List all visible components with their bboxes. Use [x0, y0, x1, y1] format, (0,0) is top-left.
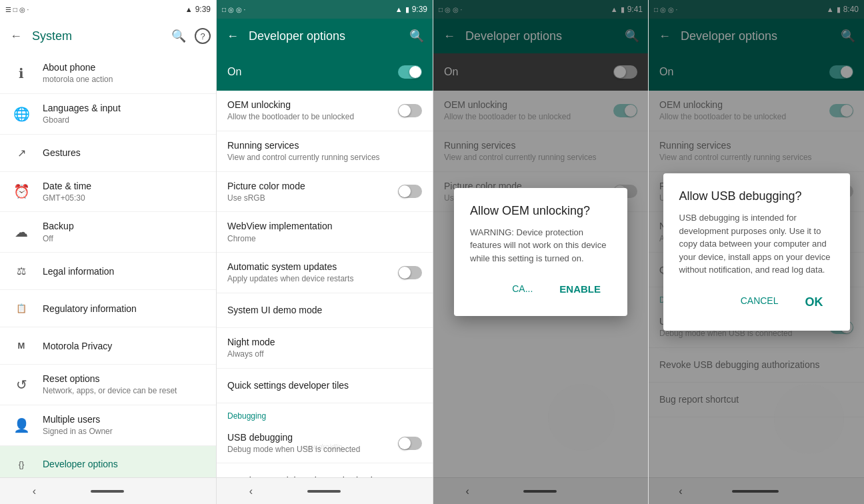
- users-icon: 👤: [11, 417, 32, 433]
- usb-cancel-button[interactable]: Cancel: [730, 290, 789, 315]
- system-settings-panel: ☰ □ ◎ · ▲ 9:39 ← System 🔍 ? ℹ About phon…: [0, 0, 217, 504]
- setting-motorola-privacy[interactable]: M Motorola Privacy: [0, 327, 216, 365]
- battery-mid: ▮: [405, 5, 409, 14]
- debugging-header-mid: Debugging: [217, 403, 433, 423]
- dev-on-toggle[interactable]: [398, 65, 422, 79]
- dev-revoke-usb[interactable]: Revoke USB debugging authorizations: [217, 463, 433, 477]
- dev-webview[interactable]: WebView implementation Chrome: [217, 212, 433, 253]
- setting-about-phone[interactable]: ℹ About phone motorola one action: [0, 53, 216, 94]
- nav-bar-left: ‹: [0, 477, 216, 504]
- oem-dialog-content: WARNING: Device protection features will…: [470, 226, 611, 265]
- regulatory-title: Regulatory information: [43, 303, 205, 315]
- time-mid: 9:39: [412, 5, 427, 14]
- backup-title: Backup: [43, 220, 205, 232]
- status-icons-left: ☰ □ ◎ ·: [5, 6, 29, 13]
- dev-running-services[interactable]: Running services View and control curren…: [217, 131, 433, 172]
- backup-icon: ☁: [11, 224, 32, 240]
- status-right-left: ▲ 9:39: [185, 5, 211, 14]
- dev-auto-updates[interactable]: Automatic system updates Apply updates w…: [217, 253, 433, 293]
- oem-toggle-mid[interactable]: [398, 104, 422, 117]
- usb-dialog: Allow USB debugging? USB debugging is in…: [663, 173, 850, 331]
- dev-picture-color[interactable]: Picture color mode Use sRGB: [217, 172, 433, 213]
- gestures-icon: ↗: [11, 147, 32, 159]
- search-button-left[interactable]: 🔍: [168, 25, 189, 47]
- usb-dialog-overlay: Allow USB debugging? USB debugging is in…: [649, 0, 864, 504]
- users-title: Multiple users: [43, 413, 205, 425]
- gestures-title: Gestures: [43, 147, 205, 159]
- usb-dialog-actions: Cancel OK: [679, 290, 834, 315]
- reset-subtitle: Network, apps, or device can be reset: [43, 386, 205, 397]
- app-bar-middle: ← Developer options 🔍: [217, 19, 433, 53]
- status-bar-left: ☰ □ ◎ · ▲ 9:39: [0, 0, 216, 19]
- developer-icon: {}: [11, 459, 32, 469]
- time-left: 9:39: [195, 5, 211, 14]
- motorola-title: Motorola Privacy: [43, 340, 205, 352]
- back-button-middle[interactable]: ←: [222, 25, 243, 47]
- status-bar-middle: □ ◎ ◎ · ▲ ▮ 9:39: [217, 0, 433, 19]
- app-title-left: System: [32, 29, 163, 43]
- search-button-middle[interactable]: 🔍: [406, 25, 427, 47]
- oem-cancel-button[interactable]: Ca...: [501, 278, 543, 300]
- nav-bar-middle: ‹: [217, 477, 433, 504]
- app-title-middle: Developer options: [249, 29, 401, 43]
- languages-subtitle: Gboard: [43, 115, 205, 126]
- developer-options-panel-3: □ ◎ ◎ · ▲ ▮ 8:40 ← Developer options 🔍 O…: [649, 0, 864, 504]
- usb-ok-button[interactable]: OK: [795, 290, 834, 315]
- setting-backup[interactable]: ☁ Backup Off: [0, 212, 216, 253]
- legal-title: Legal information: [43, 265, 205, 277]
- help-button-left[interactable]: ?: [195, 28, 211, 44]
- dev-settings-list-middle: OEM unlocking Allow the bootloader to be…: [217, 91, 433, 477]
- wifi-icon: ▲: [185, 5, 193, 13]
- usb-dialog-title: Allow USB debugging?: [679, 189, 834, 203]
- users-subtitle: Signed in as Owner: [43, 427, 205, 437]
- notif-icons-mid: □ ◎ ◎ ·: [222, 6, 245, 13]
- usb-dialog-content: USB debugging is intended for developmen…: [679, 211, 834, 277]
- developer-options-panel-1: □ ◎ ◎ · ▲ ▮ 9:39 ← Developer options 🔍 O…: [217, 0, 433, 504]
- languages-title: Languages & input: [43, 102, 205, 114]
- regulatory-icon: 📋: [11, 303, 32, 313]
- setting-reset[interactable]: ↺ Reset options Network, apps, or device…: [0, 365, 216, 405]
- dev-on-label: On: [227, 66, 398, 78]
- oem-dialog-overlay: Allow OEM unlocking? WARNING: Device pro…: [433, 0, 648, 504]
- setting-languages[interactable]: 🌐 Languages & input Gboard: [0, 94, 216, 135]
- datetime-subtitle: GMT+05:30: [43, 193, 205, 204]
- legal-icon: ⚖: [11, 265, 32, 277]
- back-button-left[interactable]: ←: [5, 25, 27, 47]
- developer-on-row[interactable]: On: [217, 53, 433, 91]
- dev-ui-demo[interactable]: System UI demo mode: [217, 293, 433, 328]
- home-indicator-mid[interactable]: [307, 490, 341, 493]
- home-indicator-left[interactable]: [91, 490, 124, 493]
- about-title: About phone: [43, 61, 205, 73]
- dev-night-mode[interactable]: Night mode Always off: [217, 328, 433, 369]
- back-nav-left[interactable]: ‹: [22, 480, 47, 503]
- developer-title: Developer options: [43, 458, 205, 470]
- ok-circle-highlight: [774, 384, 844, 454]
- oem-dialog: Allow OEM unlocking? WARNING: Device pro…: [454, 188, 627, 317]
- oem-dialog-actions: Ca... Enable: [470, 278, 611, 300]
- system-settings-list: ℹ About phone motorola one action 🌐 Lang…: [0, 53, 216, 477]
- setting-regulatory[interactable]: 📋 Regulatory information: [0, 290, 216, 327]
- setting-legal[interactable]: ⚖ Legal information: [0, 253, 216, 290]
- setting-developer-options[interactable]: {} Developer options: [0, 446, 216, 477]
- oem-dialog-title: Allow OEM unlocking?: [470, 204, 611, 218]
- about-icon: ℹ: [11, 65, 32, 81]
- setting-datetime[interactable]: ⏰ Date & time GMT+05:30: [0, 172, 216, 213]
- datetime-title: Date & time: [43, 180, 205, 192]
- back-nav-mid[interactable]: ‹: [239, 480, 263, 503]
- languages-icon: 🌐: [11, 106, 32, 122]
- oem-enable-button[interactable]: Enable: [549, 278, 611, 300]
- enable-circle-highlight: [548, 384, 615, 451]
- color-toggle-mid[interactable]: [398, 185, 422, 198]
- developer-options-panel-2: □ ◎ ◎ · ▲ ▮ 9:41 ← Developer options 🔍 O…: [433, 0, 649, 504]
- setting-gestures[interactable]: ↗ Gestures: [0, 135, 216, 172]
- usb-toggle-mid[interactable]: [398, 437, 422, 450]
- motorola-icon: M: [11, 341, 32, 351]
- watermark-mid: www.droidlip...: [301, 443, 349, 451]
- app-bar-left: ← System 🔍 ?: [0, 19, 216, 53]
- notification-icons: ☰ □ ◎ ·: [5, 6, 29, 13]
- dev-oem-unlocking[interactable]: OEM unlocking Allow the bootloader to be…: [217, 91, 433, 131]
- autoupdate-toggle-mid[interactable]: [398, 266, 422, 279]
- dev-quick-settings-tiles[interactable]: Quick settings developer tiles: [217, 369, 433, 403]
- setting-users[interactable]: 👤 Multiple users Signed in as Owner: [0, 405, 216, 446]
- reset-icon: ↺: [11, 377, 32, 393]
